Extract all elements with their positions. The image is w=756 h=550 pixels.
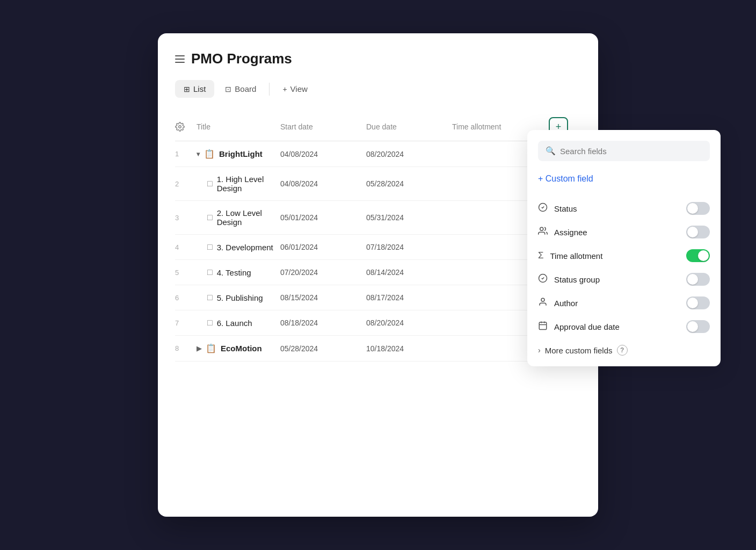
search-box: 🔍 xyxy=(538,141,710,161)
calendar-icon xyxy=(538,321,548,333)
field-row-status: Status xyxy=(538,197,710,220)
row-title-text: 3. Development xyxy=(217,243,273,252)
field-row-left: Status xyxy=(538,202,577,215)
field-label: Assignee xyxy=(554,228,587,237)
row-due-date: 10/18/2024 xyxy=(366,344,452,353)
row-start-date: 07/20/2024 xyxy=(280,268,366,277)
gear-icon xyxy=(175,122,185,132)
tab-view-label: View xyxy=(290,84,308,93)
row-due-date: 05/28/2024 xyxy=(366,179,452,188)
table-body: 1 ▾ 📋 BrightLight 04/08/2024 08/20/2024 … xyxy=(175,141,581,361)
task-icon: □ xyxy=(207,293,213,302)
app-title: PMO Programs xyxy=(191,50,292,67)
field-row-author: Author xyxy=(538,291,710,315)
row-start-date: 06/01/2024 xyxy=(280,243,366,251)
task-icon: □ xyxy=(207,267,213,277)
row-title: □ 3. Development xyxy=(197,242,280,252)
row-due-date: 08/14/2024 xyxy=(366,268,452,277)
field-row-approval-due-date: Approval due date xyxy=(538,315,710,338)
toolbar: ⊞ List ⊡ Board + View xyxy=(175,80,581,98)
row-start-date: 04/08/2024 xyxy=(280,179,366,188)
tab-view[interactable]: + View xyxy=(274,80,316,98)
field-dropdown-panel: 🔍 + Custom field Status xyxy=(527,130,721,366)
row-title-text: 6. Launch xyxy=(217,319,252,328)
more-fields-label: More custom fields xyxy=(545,346,613,355)
row-num: 6 xyxy=(175,294,197,302)
app-container: PMO Programs ⊞ List ⊡ Board + View Titl xyxy=(158,33,598,517)
list-icon: ⊞ xyxy=(184,85,190,93)
table-header: Title Start date Due date Time allotment… xyxy=(175,113,581,141)
row-title: ▾ 📋 BrightLight xyxy=(197,149,280,159)
field-row-left: Σ Time allotment xyxy=(538,250,602,261)
project-icon: 📋 xyxy=(206,343,216,353)
status-group-toggle[interactable] xyxy=(686,273,710,286)
table-row: 2 □ 1. High Level Design 04/08/2024 05/2… xyxy=(175,167,581,201)
status-toggle[interactable] xyxy=(686,202,710,215)
row-title: ▶ 📋 EcoMotion xyxy=(197,343,280,353)
task-icon: □ xyxy=(207,179,213,189)
field-row-left: Approval due date xyxy=(538,321,620,333)
users-icon xyxy=(538,226,548,238)
tab-divider xyxy=(269,83,270,96)
row-title-text: EcoMotion xyxy=(221,344,262,353)
table-row: 7 □ 6. Launch 08/18/2024 08/20/2024 xyxy=(175,310,581,336)
row-due-date: 08/17/2024 xyxy=(366,293,452,302)
task-icon: □ xyxy=(207,242,213,252)
row-due-date: 08/20/2024 xyxy=(366,150,452,158)
header: PMO Programs xyxy=(175,50,581,67)
project-icon: 📋 xyxy=(204,149,215,159)
row-title: □ 5. Publishing xyxy=(197,293,280,302)
more-custom-fields-row[interactable]: › More custom fields ? xyxy=(538,345,710,356)
check-circle-icon xyxy=(538,273,548,286)
hamburger-icon[interactable] xyxy=(175,55,185,63)
table-area: Title Start date Due date Time allotment… xyxy=(175,113,581,361)
author-toggle[interactable] xyxy=(686,296,710,309)
tab-list[interactable]: ⊞ List xyxy=(175,80,214,98)
row-title: □ 4. Testing xyxy=(197,267,280,277)
expand-arrow-icon[interactable]: ▾ xyxy=(197,150,200,158)
svg-point-2 xyxy=(540,227,543,230)
svg-point-4 xyxy=(541,298,544,301)
approval-due-date-toggle[interactable] xyxy=(686,320,710,333)
time-allotment-toggle[interactable] xyxy=(686,249,710,262)
check-circle-icon xyxy=(538,202,548,215)
col-due-date: Due date xyxy=(366,122,452,131)
table-row: 5 □ 4. Testing 07/20/2024 08/14/2024 xyxy=(175,260,581,285)
task-icon: □ xyxy=(207,318,213,328)
row-due-date: 07/18/2024 xyxy=(366,243,452,251)
tab-board[interactable]: ⊡ Board xyxy=(216,80,265,98)
expand-arrow-icon[interactable]: ▶ xyxy=(197,345,201,352)
row-title-text: 2. Low Level Design xyxy=(217,208,280,227)
row-start-date: 05/28/2024 xyxy=(280,344,366,353)
search-fields-input[interactable] xyxy=(560,147,702,156)
table-row: 6 □ 5. Publishing 08/15/2024 08/17/2024 xyxy=(175,285,581,310)
row-title-text: 4. Testing xyxy=(217,268,251,277)
row-title-text: 1. High Level Design xyxy=(217,175,280,193)
row-start-date: 04/08/2024 xyxy=(280,150,366,158)
gear-col[interactable] xyxy=(175,122,197,132)
row-title: □ 1. High Level Design xyxy=(197,175,280,193)
row-num: 3 xyxy=(175,214,197,222)
table-row: 1 ▾ 📋 BrightLight 04/08/2024 08/20/2024 xyxy=(175,141,581,167)
field-row-left: Status group xyxy=(538,273,600,286)
field-row-time-allotment: Σ Time allotment xyxy=(538,244,710,267)
row-num: 7 xyxy=(175,319,197,327)
table-row: 8 ▶ 📋 EcoMotion 05/28/2024 10/18/2024 xyxy=(175,336,581,361)
row-due-date: 05/31/2024 xyxy=(366,213,452,222)
row-start-date: 08/18/2024 xyxy=(280,319,366,327)
field-row-assignee: Assignee xyxy=(538,220,710,244)
svg-rect-5 xyxy=(539,322,547,330)
field-label: Approval due date xyxy=(554,322,620,331)
row-start-date: 08/15/2024 xyxy=(280,293,366,302)
table-row: 4 □ 3. Development 06/01/2024 07/18/2024 xyxy=(175,235,581,260)
field-label: Time allotment xyxy=(550,251,603,260)
custom-field-label: + Custom field xyxy=(538,174,593,184)
col-title: Title xyxy=(197,122,280,131)
svg-point-0 xyxy=(179,126,181,128)
assignee-toggle[interactable] xyxy=(686,226,710,238)
plus-view-icon: + xyxy=(282,85,287,93)
row-title: □ 6. Launch xyxy=(197,318,280,328)
search-icon: 🔍 xyxy=(546,146,556,156)
custom-field-button[interactable]: + Custom field xyxy=(538,172,710,186)
row-title-text: 5. Publishing xyxy=(217,293,263,302)
